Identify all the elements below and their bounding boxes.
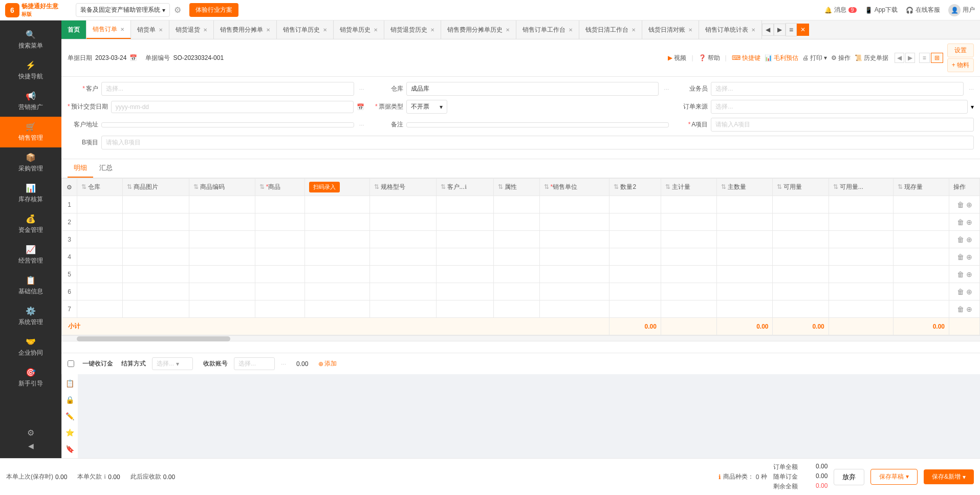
cell[interactable] (893, 248, 949, 266)
cell[interactable] (255, 231, 304, 248)
customer-more-icon[interactable]: ··· (359, 85, 364, 93)
cell[interactable] (717, 231, 773, 248)
col-product[interactable]: ⇅*商品 (255, 179, 304, 196)
cell[interactable] (255, 248, 304, 266)
cell[interactable] (255, 300, 304, 318)
add-btn[interactable]: ⊕ 添加 (318, 359, 337, 368)
scroll-thumb[interactable] (77, 336, 230, 341)
cell[interactable] (893, 266, 949, 283)
tab-next-btn[interactable]: ▶ (774, 24, 786, 36)
sidebar-collapse-btn[interactable]: ◀ (28, 442, 34, 450)
delete-row-icon[interactable]: 🗑 (957, 305, 964, 313)
cell[interactable] (436, 266, 494, 283)
cell[interactable] (123, 248, 189, 266)
col-product-code[interactable]: ⇅商品编码 (189, 179, 255, 196)
col-scan[interactable]: 扫码录入 (304, 179, 370, 196)
cell[interactable] (893, 196, 949, 213)
cell[interactable] (370, 231, 436, 248)
sidebar-item-system[interactable]: ⚙️ 系统管理 (0, 301, 61, 332)
tab-sales-order-history[interactable]: 销售订单历史 ✕ (277, 20, 334, 39)
date-picker-icon[interactable]: 📅 (357, 103, 364, 111)
cell[interactable] (494, 266, 539, 283)
tab-sales-stats[interactable]: 销售订单统计表 ✕ (699, 20, 762, 39)
sidebar-item-search[interactable]: 🔍 搜索菜单 (0, 25, 61, 55)
profit-btn[interactable]: 📊 毛利预估 (765, 54, 798, 62)
cell[interactable] (539, 231, 609, 248)
invoice-type-select[interactable]: 不开票 ▾ (406, 100, 447, 114)
right-panel-icon-2[interactable]: 🔒 (63, 393, 77, 407)
cell[interactable] (189, 231, 255, 248)
cell[interactable] (717, 283, 773, 300)
cell[interactable] (77, 231, 123, 248)
print-btn[interactable]: 🖨 打印 ▾ (802, 54, 827, 62)
tab-daily-clear-account[interactable]: 钱货日清对账 ✕ (642, 20, 699, 39)
sidebar-item-guide[interactable]: 🎯 新手引导 (0, 362, 61, 393)
cell[interactable] (539, 248, 609, 266)
cell[interactable] (494, 300, 539, 318)
tab-close-sales-order[interactable]: ✕ (120, 27, 124, 32)
cell[interactable] (773, 213, 829, 231)
copy-row-icon[interactable]: ⊕ (966, 253, 972, 261)
tab-expense-history[interactable]: 销售费用分摊单历史 ✕ (441, 20, 516, 39)
col-product-image[interactable]: ⇅商品图片 (123, 179, 189, 196)
cell[interactable] (494, 248, 539, 266)
help-btn[interactable]: ❓ 帮助 (699, 54, 720, 62)
tab-order-workbench[interactable]: 销售订单工作台 ✕ (516, 20, 579, 39)
cell[interactable] (661, 196, 716, 213)
col-available[interactable]: ⇅可用量 (773, 179, 829, 196)
scan-btn[interactable]: 扫码录入 (309, 182, 340, 192)
warehouse-input[interactable]: 成品库 (406, 82, 659, 96)
cell[interactable] (436, 283, 494, 300)
cell[interactable] (255, 266, 304, 283)
tab-summary[interactable]: 汇总 (93, 159, 119, 178)
tab-sales-refund[interactable]: 销货退货 ✕ (169, 20, 214, 39)
col-main-unit[interactable]: ⇅主计量 (661, 179, 716, 196)
history-btn[interactable]: 📜 历史单据 (855, 54, 888, 62)
cell[interactable] (609, 196, 661, 213)
cell[interactable] (829, 213, 893, 231)
tab-close-daily-account[interactable]: ✕ (688, 27, 692, 33)
warehouse-more-icon[interactable]: ··· (664, 85, 669, 93)
tab-close-order-workbench[interactable]: ✕ (569, 27, 573, 33)
cell[interactable] (77, 300, 123, 318)
copy-row-icon[interactable]: ⊕ (966, 305, 972, 313)
cell[interactable] (189, 300, 255, 318)
tab-close-daily-workbench[interactable]: ✕ (631, 27, 636, 33)
cell[interactable] (773, 196, 829, 213)
col-sales-unit[interactable]: ⇅*销售单位 (539, 179, 609, 196)
tab-home[interactable]: 首页 (61, 20, 86, 39)
cell[interactable] (370, 283, 436, 300)
cell[interactable] (494, 231, 539, 248)
tab-close-expense-split[interactable]: ✕ (266, 27, 270, 33)
receipt-account-select[interactable]: 选择... (234, 357, 275, 370)
cell[interactable] (609, 266, 661, 283)
address-more-icon[interactable]: ··· (359, 121, 364, 128)
cell[interactable] (189, 213, 255, 231)
col-customer-code[interactable]: ⇅客户...ℹ (436, 179, 494, 196)
system-title[interactable]: 装备及固定资产辅助管理系统 ▾ (76, 3, 170, 17)
cell[interactable] (494, 283, 539, 300)
cell[interactable] (255, 196, 304, 213)
payment-method-select[interactable]: 选择... ▾ (152, 357, 193, 370)
copy-row-icon[interactable]: ⊕ (966, 270, 972, 278)
cell[interactable] (370, 213, 436, 231)
sidebar-settings-btn[interactable]: ⚙ (27, 428, 34, 438)
tab-close-all-btn[interactable]: ✕ (797, 24, 809, 36)
cell[interactable] (829, 231, 893, 248)
operation-btn[interactable]: ⚙ 操作 (831, 54, 851, 62)
tab-menu-btn[interactable]: ≡ (786, 23, 797, 36)
sidebar-item-sales[interactable]: 🛒 销售管理 (0, 117, 61, 147)
tab-sales-refund-history[interactable]: 销货退货历史 ✕ (384, 20, 441, 39)
cell[interactable] (609, 231, 661, 248)
cell[interactable] (123, 213, 189, 231)
tab-sales-order[interactable]: 销售订单 ✕ (86, 20, 131, 39)
copy-row-icon[interactable]: ⊕ (966, 201, 972, 209)
expected-date-input[interactable]: yyyy-mm-dd (111, 101, 354, 113)
cell[interactable] (829, 248, 893, 266)
tab-close-refund-history[interactable]: ✕ (430, 27, 434, 33)
cell[interactable] (539, 196, 609, 213)
order-source-input[interactable]: 选择... (711, 100, 968, 114)
user-btn[interactable]: 👤 用户 (948, 4, 975, 16)
delete-row-icon[interactable]: 🗑 (957, 270, 964, 278)
tab-daily-clear-workbench[interactable]: 钱货日清工作台 ✕ (579, 20, 642, 39)
